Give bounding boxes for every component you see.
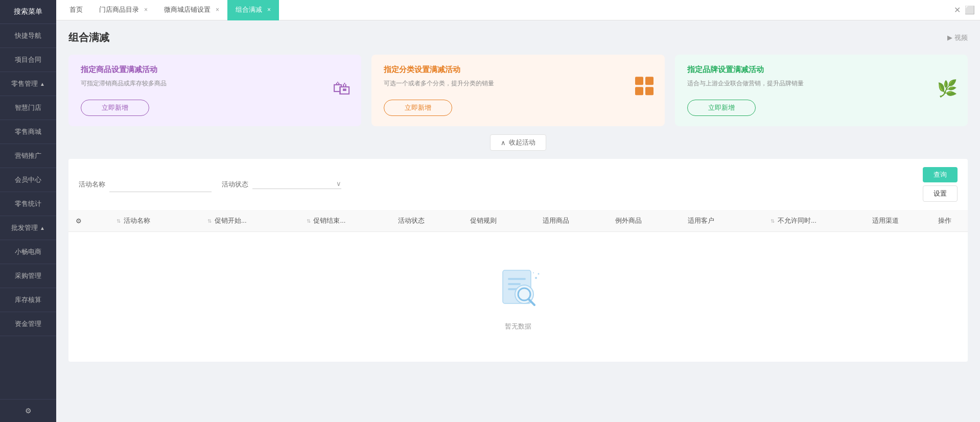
- empty-illustration: [493, 263, 544, 314]
- collapse-bar: ∧ 收起活动: [68, 134, 968, 151]
- setting-button[interactable]: 设置: [923, 185, 958, 202]
- play-icon: ▶: [947, 34, 952, 41]
- collapse-button[interactable]: ∧ 收起活动: [490, 134, 546, 151]
- gear-icon: ⚙: [25, 407, 32, 415]
- page-title: 组合满减: [68, 31, 109, 44]
- table-col-applicable-customer: 适用客户: [665, 210, 737, 232]
- table-col-operations: 操作: [921, 210, 968, 232]
- leaf-icon: 🌿: [937, 79, 958, 98]
- sidebar-item-project-contract[interactable]: 项目合同: [0, 48, 56, 72]
- sidebar-item-retail-mall[interactable]: 零售商城: [0, 120, 56, 144]
- sidebar-item-membership[interactable]: 会员中心: [0, 168, 56, 192]
- expand-arrow-icon: ▲: [40, 225, 45, 231]
- tab-close-product-catalog[interactable]: ×: [144, 6, 148, 13]
- filter-bar: 活动名称 活动状态 ∨ 查询 设置: [68, 159, 968, 210]
- tabs-bar: 首页 门店商品目录 × 微商城店铺设置 × 组合满减 × ✕ ⬜: [56, 0, 980, 20]
- page-header: 组合满减 ▶ 视频: [68, 31, 968, 44]
- add-product-promo-button[interactable]: 立即新增: [81, 100, 149, 116]
- sidebar: 搜索菜单 快捷导航 项目合同 零售管理 ▲ 智慧门店 零售商城 营销推广 会员中…: [0, 0, 56, 422]
- video-link[interactable]: ▶ 视频: [947, 33, 968, 42]
- category-icon: [634, 76, 655, 100]
- svg-rect-2: [635, 87, 643, 95]
- sort-icon-left: ⇅: [207, 218, 212, 224]
- page-content: 组合满减 ▶ 视频 指定商品设置满减活动 可指定滞销商品或库存较多商品 🛍 立即…: [56, 20, 980, 422]
- sort-icon-left: ⇅: [771, 218, 775, 224]
- maximize-window-icon[interactable]: ⬜: [965, 5, 975, 15]
- sidebar-item-purchase-mgmt[interactable]: 采购管理: [0, 264, 56, 288]
- activity-status-label: 活动状态: [222, 180, 248, 189]
- table-col-activity-name[interactable]: ⇅ 活动名称: [89, 210, 177, 232]
- activity-name-input[interactable]: [109, 177, 212, 192]
- sidebar-item-wholesale-mgmt[interactable]: 批发管理 ▲: [0, 216, 56, 240]
- svg-rect-1: [645, 77, 654, 85]
- main-content: 首页 门店商品目录 × 微商城店铺设置 × 组合满减 × ✕ ⬜ 组合满减 ▶ …: [56, 0, 980, 422]
- tab-close-mini-store[interactable]: ×: [216, 6, 219, 13]
- promo-cards-row: 指定商品设置满减活动 可指定滞销商品或库存较多商品 🛍 立即新增 指定分类设置满…: [68, 55, 968, 126]
- promo-card-brand-title: 指定品牌设置满减活动: [687, 65, 955, 75]
- sidebar-item-small-ecom[interactable]: 小畅电商: [0, 240, 56, 264]
- table-col-activity-status: 活动状态: [375, 210, 448, 232]
- tab-combo-discount[interactable]: 组合满减 ×: [227, 0, 279, 20]
- svg-rect-5: [508, 278, 526, 280]
- svg-rect-3: [645, 87, 654, 95]
- table-col-promo-rule: 促销规则: [448, 210, 520, 232]
- table-col-applicable-goods: 适用商品: [520, 210, 592, 232]
- query-button[interactable]: 查询: [923, 167, 958, 182]
- sidebar-item-retail-mgmt[interactable]: 零售管理 ▲: [0, 72, 56, 96]
- sidebar-item-finance[interactable]: 资金管理: [0, 312, 56, 336]
- promo-card-product-title: 指定商品设置满减活动: [81, 65, 349, 75]
- bag-icon: 🛍: [333, 78, 351, 99]
- table-col-not-allow-concurrent[interactable]: ⇅ 不允许同时...: [737, 210, 849, 232]
- tab-close-combo-discount[interactable]: ×: [267, 6, 271, 13]
- promo-card-category-desc: 可选一个或者多个分类，提升分类的销量: [384, 79, 652, 91]
- tab-product-catalog[interactable]: 门店商品目录 ×: [91, 0, 156, 20]
- promo-card-category-title: 指定分类设置满减活动: [384, 65, 652, 75]
- sidebar-item-retail-stats[interactable]: 零售统计: [0, 192, 56, 216]
- svg-rect-6: [508, 283, 521, 285]
- dropdown-arrow-icon: ∨: [336, 180, 341, 187]
- add-brand-promo-button[interactable]: 立即新增: [687, 100, 756, 116]
- promo-card-product-desc: 可指定滞销商品或库存较多商品: [81, 79, 349, 91]
- promo-card-product: 指定商品设置满减活动 可指定滞销商品或库存较多商品 🛍 立即新增: [68, 55, 361, 126]
- expand-arrow-icon: ▲: [40, 81, 45, 87]
- table-gear-icon: ⚙: [76, 217, 82, 225]
- sidebar-item-smart-store[interactable]: 智慧门店: [0, 96, 56, 120]
- sidebar-item-inventory[interactable]: 库存核算: [0, 288, 56, 312]
- data-table: ⚙ ⇅ 活动名称 ⇅ 促销开始... ⇅ 促销结束...: [68, 210, 968, 362]
- table-col-exception-goods: 例外商品: [592, 210, 665, 232]
- filter-activity-name: 活动名称: [79, 177, 212, 192]
- filter-activity-status: 活动状态 ∨: [222, 180, 341, 189]
- window-controls: ✕ ⬜: [954, 5, 975, 15]
- activity-name-label: 活动名称: [79, 180, 105, 189]
- sidebar-settings[interactable]: ⚙: [0, 399, 56, 422]
- filter-actions: 查询 设置: [923, 167, 958, 202]
- collapse-icon: ∧: [501, 139, 506, 147]
- close-window-icon[interactable]: ✕: [954, 5, 961, 15]
- table-col-promo-end[interactable]: ⇅ 促销结束...: [276, 210, 375, 232]
- table-col-applicable-channel: 适用渠道: [849, 210, 922, 232]
- promo-card-category: 指定分类设置满减活动 可选一个或者多个分类，提升分类的销量 立即新增: [371, 55, 664, 126]
- tab-mini-store-settings[interactable]: 微商城店铺设置 ×: [156, 0, 227, 20]
- table-header: ⚙ ⇅ 活动名称 ⇅ 促销开始... ⇅ 促销结束...: [68, 210, 968, 232]
- sidebar-search[interactable]: 搜索菜单: [0, 0, 56, 24]
- svg-point-13: [533, 272, 534, 273]
- sidebar-item-quick-nav[interactable]: 快捷导航: [0, 24, 56, 48]
- promo-card-brand: 指定品牌设置满减活动 适合与上游企业联合做营销，提升品牌销量 🌿 立即新增: [675, 55, 968, 126]
- sort-icon-left: ⇅: [307, 218, 311, 224]
- svg-rect-0: [635, 77, 643, 85]
- promo-card-brand-desc: 适合与上游企业联合做营销，提升品牌销量: [687, 79, 955, 91]
- sidebar-item-marketing[interactable]: 营销推广: [0, 144, 56, 168]
- table-body: 暂无数据: [68, 232, 968, 362]
- activity-status-select-wrapper: ∨: [252, 180, 341, 189]
- svg-point-12: [538, 273, 540, 275]
- table-col-settings[interactable]: ⚙: [68, 210, 89, 232]
- svg-point-11: [535, 277, 537, 279]
- filter-and-table: 活动名称 活动状态 ∨ 查询 设置: [68, 159, 968, 362]
- empty-text: 暂无数据: [79, 322, 958, 331]
- add-category-promo-button[interactable]: 立即新增: [384, 100, 452, 116]
- sort-icon-left: ⇅: [116, 218, 121, 224]
- empty-state: 暂无数据: [68, 232, 968, 362]
- table-col-promo-start[interactable]: ⇅ 促销开始...: [177, 210, 276, 232]
- tab-home[interactable]: 首页: [61, 0, 91, 20]
